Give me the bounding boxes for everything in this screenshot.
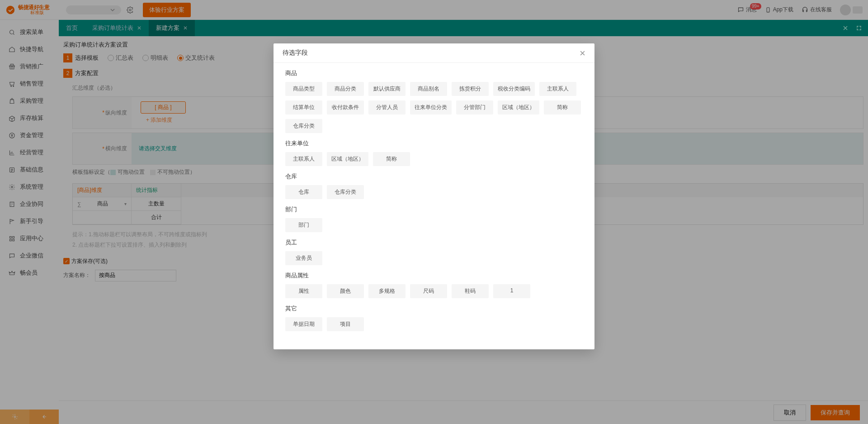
field-chip[interactable]: 区域（地区） xyxy=(327,152,368,166)
field-chip[interactable]: 仓库分类 xyxy=(285,119,322,133)
field-chip[interactable]: 项目 xyxy=(327,317,364,331)
field-group-title: 部门 xyxy=(285,205,583,214)
field-group: 商品商品类型商品分类默认供应商商品别名拣货积分税收分类编码主联系人结算单位收付款… xyxy=(285,69,583,133)
field-chip[interactable]: 单据日期 xyxy=(285,317,322,331)
field-group: 商品属性属性颜色多规格尺码鞋码1 xyxy=(285,272,583,298)
field-selector-modal: 待选字段 商品商品类型商品分类默认供应商商品别名拣货积分税收分类编码主联系人结算… xyxy=(274,43,594,349)
field-chip[interactable]: 商品分类 xyxy=(327,82,364,96)
field-chip[interactable]: 尺码 xyxy=(410,284,447,298)
field-chip[interactable]: 默认供应商 xyxy=(368,82,406,96)
field-chip[interactable]: 颜色 xyxy=(327,284,364,298)
field-group-title: 商品 xyxy=(285,69,583,77)
field-chip[interactable]: 部门 xyxy=(285,218,322,232)
field-group-title: 仓库 xyxy=(285,172,583,181)
field-chip[interactable]: 分管部门 xyxy=(456,100,493,114)
field-chip[interactable]: 商品别名 xyxy=(410,82,447,96)
field-chip[interactable]: 税收分类编码 xyxy=(493,82,535,96)
field-group-title: 商品属性 xyxy=(285,272,583,280)
modal-title: 待选字段 xyxy=(283,49,308,57)
field-group: 往来单位主联系人区域（地区）简称 xyxy=(285,139,583,166)
modal-overlay[interactable]: 待选字段 商品商品类型商品分类默认供应商商品别名拣货积分税收分类编码主联系人结算… xyxy=(0,0,868,424)
field-chip[interactable]: 属性 xyxy=(285,284,322,298)
field-group-title: 员工 xyxy=(285,238,583,247)
field-chip[interactable]: 1 xyxy=(493,284,530,298)
field-chip[interactable]: 主联系人 xyxy=(539,82,576,96)
modal-header: 待选字段 xyxy=(274,43,594,63)
field-chip[interactable]: 商品类型 xyxy=(285,82,322,96)
modal-body: 商品商品类型商品分类默认供应商商品别名拣货积分税收分类编码主联系人结算单位收付款… xyxy=(274,63,594,349)
field-chip[interactable]: 简称 xyxy=(544,100,581,114)
field-group: 其它单据日期项目 xyxy=(285,305,583,331)
field-chip[interactable]: 业务员 xyxy=(285,251,322,265)
field-group: 部门部门 xyxy=(285,205,583,232)
field-chip[interactable]: 区域（地区） xyxy=(498,100,539,114)
field-chip[interactable]: 简称 xyxy=(373,152,410,166)
field-group-title: 往来单位 xyxy=(285,139,583,148)
field-chip[interactable]: 仓库分类 xyxy=(327,185,364,199)
field-chip[interactable]: 分管人员 xyxy=(368,100,406,114)
field-chip[interactable]: 拣货积分 xyxy=(452,82,489,96)
field-chip[interactable]: 多规格 xyxy=(368,284,406,298)
field-group: 员工业务员 xyxy=(285,238,583,265)
modal-close-icon[interactable] xyxy=(580,50,585,56)
field-chip[interactable]: 结算单位 xyxy=(285,100,322,114)
field-group: 仓库仓库仓库分类 xyxy=(285,172,583,199)
field-chip[interactable]: 鞋码 xyxy=(452,284,489,298)
field-group-title: 其它 xyxy=(285,305,583,313)
field-chip[interactable]: 仓库 xyxy=(285,185,322,199)
field-chip[interactable]: 收付款条件 xyxy=(327,100,364,114)
field-chip[interactable]: 往来单位分类 xyxy=(410,100,452,114)
field-chip[interactable]: 主联系人 xyxy=(285,152,322,166)
